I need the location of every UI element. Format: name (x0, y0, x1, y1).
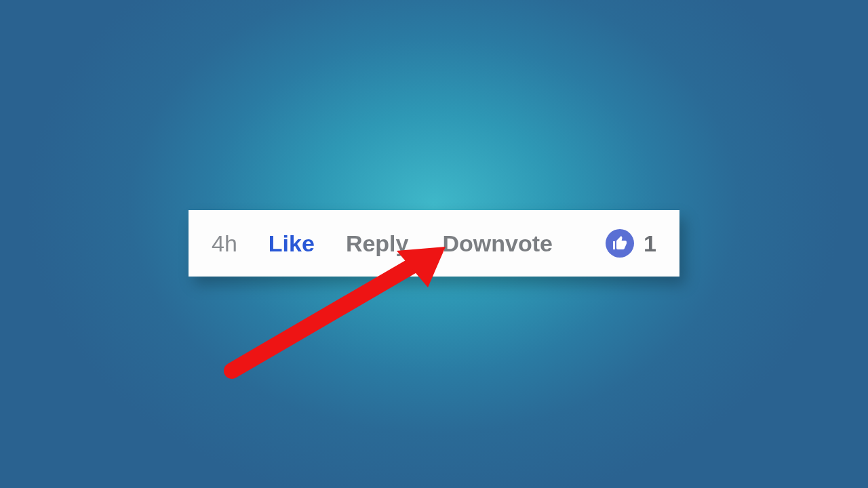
like-icon (606, 229, 634, 258)
like-button[interactable]: Like (269, 230, 315, 257)
reaction-summary[interactable]: 1 (606, 229, 656, 258)
reaction-count: 1 (644, 230, 656, 257)
comment-timestamp: 4h (212, 230, 237, 257)
reply-button[interactable]: Reply (346, 230, 409, 257)
downvote-button[interactable]: Downvote (442, 230, 552, 257)
comment-action-bar: 4h Like Reply Downvote 1 (189, 210, 679, 277)
svg-line-0 (232, 263, 417, 371)
